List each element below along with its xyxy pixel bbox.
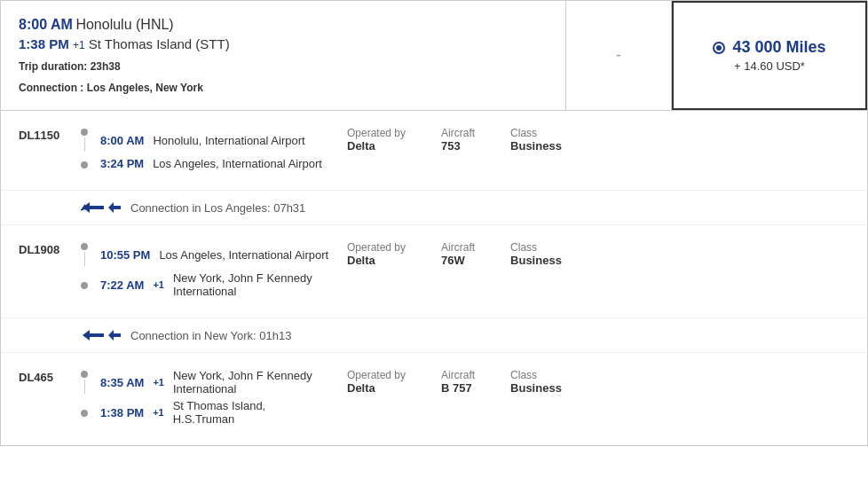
operated-label-dl1150: Operated by (347, 127, 406, 139)
trip-info: Trip duration: 23h38 (19, 60, 548, 73)
dot-line (84, 380, 85, 394)
class-label-dl465: Class (510, 369, 562, 381)
arr-dot (81, 282, 88, 289)
class-value-dl1150: Business (510, 139, 562, 153)
dep-plus-dl465: +1 (153, 377, 164, 388)
dot-container-arr (81, 160, 88, 168)
radio-dot-inner (716, 45, 722, 51)
plane-svg-2 (81, 327, 106, 343)
radio-button[interactable] (713, 42, 725, 54)
dep-airport-dl1150: Honolulu, International Airport (153, 134, 304, 147)
operated-block-dl1908: Operated by Delta (347, 241, 406, 267)
operated-label-dl1908: Operated by (347, 241, 406, 254)
dep-dot (81, 371, 88, 378)
aircraft-label-dl1150: Aircraft (441, 127, 475, 139)
dep-airport-dl465: New York, John F Kennedy International (173, 369, 329, 396)
aircraft-label-dl1908: Aircraft (441, 241, 475, 254)
arrival-row-dl1908: 7:22 AM +1 New York, John F Kennedy Inte… (81, 271, 329, 298)
price-box[interactable]: 43 000 Miles + 14.60 USD* (672, 1, 867, 110)
operated-value-dl1150: Delta (347, 139, 406, 153)
arr-airport-dl1908: New York, John F Kennedy International (173, 271, 329, 298)
connection-text-1: Connection in Los Angeles: 07h31 (130, 201, 305, 215)
aircraft-block-dl1908: Aircraft 76W (441, 241, 475, 267)
trip-duration-label: Trip duration: (19, 60, 87, 73)
dot-container (81, 127, 88, 153)
departure-airport: Honolulu (HNL) (75, 17, 173, 32)
radio-miles-group: 43 000 Miles (713, 38, 825, 57)
arrival-time: 1:38 PM (19, 36, 69, 51)
dot-container-arr (81, 280, 88, 289)
flight-code-dl1908: DL1908 (19, 241, 81, 256)
class-label-dl1908: Class (510, 241, 562, 254)
arr-time-dl1908: 7:22 AM (100, 278, 144, 292)
departure-time: 8:00 AM (19, 17, 73, 32)
aircraft-block-dl1150: Aircraft 753 (441, 127, 475, 153)
summary-row: 8:00 AM Honolulu (HNL) 1:38 PM +1 St Tho… (1, 1, 867, 111)
segment-dl1908: DL1908 10:55 PM Los Angeles, Internation… (1, 225, 867, 318)
dep-time-dl1150: 8:00 AM (100, 134, 144, 147)
arr-airport-dl1150: Los Angeles, International Airport (153, 157, 322, 170)
flight-result-card: 8:00 AM Honolulu (HNL) 1:38 PM +1 St Tho… (0, 0, 868, 446)
segment-times-dl1908: 10:55 PM Los Angeles, International Airp… (81, 241, 329, 302)
class-block-dl1908: Class Business (510, 241, 562, 267)
segment-info-dl1908: Operated by Delta Aircraft 76W Class Bus… (329, 241, 562, 267)
plane-svg-1 (81, 200, 106, 215)
dep-dot (81, 129, 88, 136)
connection-row-1: Connection in Los Angeles: 07h31 (1, 191, 867, 225)
departure-row-dl465: 8:35 AM +1 New York, John F Kennedy Inte… (81, 369, 329, 396)
connection-row-2: Connection in New York: 01h13 (1, 318, 867, 353)
class-block-dl465: Class Business (510, 369, 562, 395)
departure-row-dl1150: 8:00 AM Honolulu, International Airport (81, 127, 329, 153)
connection-cities: Los Angeles, New York (87, 82, 203, 94)
connection-label: Connection : (19, 82, 83, 94)
aircraft-value-dl1908: 76W (441, 254, 475, 267)
class-label-dl1150: Class (510, 127, 562, 139)
class-block-dl1150: Class Business (510, 127, 562, 153)
dep-dot (81, 243, 88, 250)
departure-line: 8:00 AM Honolulu (HNL) (19, 17, 548, 33)
operated-label-dl465: Operated by (347, 369, 406, 381)
connection-info: Connection : Los Angeles, New York (19, 82, 548, 94)
operated-block-dl1150: Operated by Delta (347, 127, 406, 153)
aircraft-block-dl465: Aircraft B 757 (441, 369, 475, 395)
dot-container-arr (81, 408, 88, 417)
arr-time-dl465: 1:38 PM (100, 406, 144, 419)
class-value-dl1908: Business (510, 254, 562, 267)
arr-plus-dl465: +1 (153, 407, 164, 418)
segment-dl465: DL465 8:35 AM +1 New York, John F Kenned… (1, 353, 867, 445)
arr-airport-dl465: St Thomas Island, H.S.Truman (173, 399, 329, 426)
dep-time-dl465: 8:35 AM (100, 376, 144, 389)
plane-svg-1b (107, 200, 122, 215)
arrival-row-dl1150: 3:24 PM Los Angeles, International Airpo… (81, 157, 329, 170)
arr-plus-dl1908: +1 (153, 279, 164, 290)
flight-code-dl465: DL465 (19, 369, 81, 384)
arrival-plus: +1 (73, 39, 85, 51)
summary-left: 8:00 AM Honolulu (HNL) 1:38 PM +1 St Tho… (1, 1, 565, 110)
dot-container-dep (81, 241, 88, 268)
plane-icon-2 (81, 327, 122, 343)
arr-time-dl1150: 3:24 PM (100, 157, 144, 170)
plane-svg-2b (107, 327, 122, 343)
segment-info-dl465: Operated by Delta Aircraft B 757 Class B… (329, 369, 562, 395)
arr-dot (81, 410, 88, 417)
aircraft-value-dl465: B 757 (441, 381, 475, 395)
summary-middle: - (565, 1, 672, 110)
operated-value-dl1908: Delta (347, 254, 406, 267)
arr-dot (81, 161, 88, 168)
aircraft-value-dl1150: 753 (441, 139, 475, 153)
aircraft-label-dl465: Aircraft (441, 369, 475, 381)
usd-value: + 14.60 USD* (734, 59, 805, 73)
dep-airport-dl1908: Los Angeles, International Airport (159, 248, 328, 262)
plane-icon-1 (81, 200, 122, 215)
dot-container-dep (81, 369, 88, 396)
segment-info-dl1150: Operated by Delta Aircraft 753 Class Bus… (329, 127, 562, 153)
arrival-line: 1:38 PM +1 St Thomas Island (STT) (19, 36, 548, 51)
operated-value-dl465: Delta (347, 381, 406, 395)
dep-time-dl1908: 10:55 PM (100, 248, 150, 262)
miles-value: 43 000 Miles (732, 38, 825, 57)
operated-block-dl465: Operated by Delta (347, 369, 406, 395)
dot-line (84, 252, 85, 266)
class-value-dl465: Business (510, 381, 562, 395)
dash-separator: - (616, 46, 621, 65)
departure-row-dl1908: 10:55 PM Los Angeles, International Airp… (81, 241, 329, 268)
